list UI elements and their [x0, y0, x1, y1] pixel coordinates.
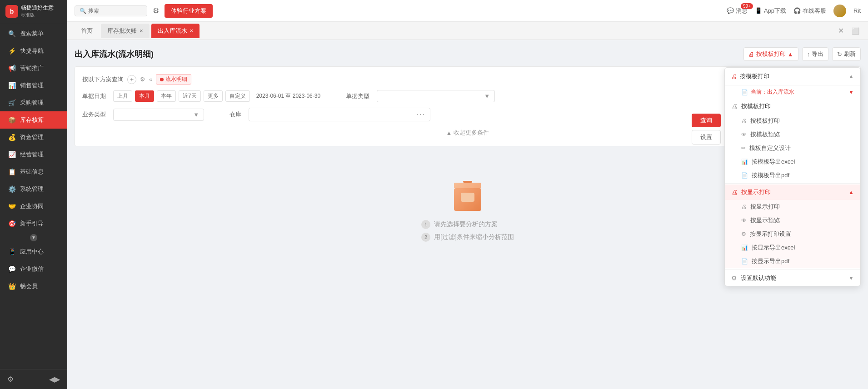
refresh-btn[interactable]: ↻ 刷新	[832, 47, 861, 61]
sidebar-item-basic[interactable]: 📋 基础信息	[0, 163, 67, 180]
sidebar-item-inventory[interactable]: 📦 库存核算	[0, 111, 67, 129]
template-print-header[interactable]: 🖨 按模板打印	[725, 99, 860, 114]
app-download-btn[interactable]: 📱 App下载	[755, 7, 786, 15]
close-tab1-icon[interactable]: ×	[140, 27, 143, 34]
date-btn-7days[interactable]: 近7天	[179, 90, 201, 102]
sidebar-item-finance[interactable]: 💰 资金管理	[0, 129, 67, 146]
sidebar-item-quick-nav[interactable]: ⚡ 快捷导航	[0, 42, 67, 60]
display-print-section-icon: 🖨	[731, 189, 738, 196]
content-area: 出入库流水(流水明细) 🖨 按模板打印 ▲ ↑ 导出 ↻ 刷新	[67, 40, 868, 389]
tab-inventory-batch[interactable]: 库存批次账 ×	[101, 24, 150, 38]
tab-home[interactable]: 首页	[75, 24, 99, 38]
template-print-sub-label: 按模板打印	[750, 117, 780, 125]
warehouse-select[interactable]: ···	[249, 108, 430, 121]
sidebar-item-member[interactable]: 👑 畅会员	[0, 278, 67, 295]
sidebar-logo: b 畅捷通好生意 标准版	[0, 0, 67, 23]
display-print-sub-label: 按显示打印	[750, 203, 780, 211]
settings-bottom-icon[interactable]: ⚙	[7, 375, 14, 384]
filter-gear-icon[interactable]: ⚙	[140, 76, 145, 83]
topbar: 🔍 ⚙ 体验行业方案 💬 消息 99+ 📱 App下载 🎧 在线客服 Rit	[67, 0, 868, 22]
filter-collapse-left-icon[interactable]: «	[149, 76, 152, 83]
trial-btn[interactable]: 体验行业方案	[165, 4, 213, 18]
display-print-sub-icon: 🖨	[741, 204, 747, 210]
date-btn-this-year[interactable]: 本年	[157, 90, 176, 102]
topbar-gear-icon[interactable]: ⚙	[153, 6, 159, 15]
template-custom-item[interactable]: ✏ 模板自定义设计	[725, 141, 860, 155]
collapse-sidebar-icon[interactable]: ◀▶	[49, 375, 60, 384]
date-filter-label: 单据日期	[82, 92, 106, 100]
tabs-right: ✕ ⬜	[835, 25, 861, 36]
sidebar-item-search[interactable]: 🔍 搜索菜单	[0, 25, 67, 42]
display-print-collapse-icon[interactable]: ▲	[848, 189, 854, 195]
date-btn-custom[interactable]: 自定义	[225, 90, 250, 102]
collapse-up-icon: ▲	[446, 130, 452, 136]
print-dropdown-panel: 🖨 按模板打印 ▲ 📄 当前：出入库流水 ▼	[724, 67, 861, 286]
download-icon: 📱	[755, 7, 762, 14]
display-settings-icon: ⚙	[741, 231, 746, 237]
template-preview-item[interactable]: 👁 按模板预览	[725, 128, 860, 141]
sidebar-item-wechat[interactable]: 💬 企业微信	[0, 260, 67, 278]
tab-close-window-btn[interactable]: ✕	[835, 25, 846, 36]
sidebar-item-cooperation[interactable]: 🤝 企业协同	[0, 198, 67, 215]
sidebar-item-app-center[interactable]: 📱 应用中心	[0, 243, 67, 260]
date-btn-last-month[interactable]: 上月	[113, 90, 132, 102]
close-tab2-icon[interactable]: ×	[190, 27, 194, 34]
biz-type-select[interactable]: ▼	[113, 109, 204, 121]
set-default-icon: ⚙	[731, 274, 737, 282]
biz-type-arrow: ▼	[193, 111, 199, 118]
display-pdf-item[interactable]: 📄 按显示导出pdf	[725, 254, 860, 268]
service-icon: 🎧	[793, 7, 801, 14]
export-btn[interactable]: ↑ 导出	[802, 47, 829, 61]
sidebar-scroll-down[interactable]: ▼	[30, 234, 37, 241]
set-default-arrow[interactable]: ▼	[848, 275, 854, 281]
operations-icon: 📈	[7, 151, 16, 158]
template-excel-label: 按模板导出excel	[752, 158, 795, 166]
sidebar-item-operations[interactable]: 📈 经营管理	[0, 146, 67, 163]
template-pdf-item[interactable]: 📄 按模板导出pdf	[725, 169, 860, 182]
current-template-arrow[interactable]: ▼	[848, 89, 854, 95]
empty-illustration	[449, 179, 486, 211]
sidebar-item-guide[interactable]: 🎯 新手引导	[0, 215, 67, 232]
sidebar-item-sales[interactable]: 📊 销售管理	[0, 77, 67, 94]
print-template-btn[interactable]: 🖨 按模板打印 ▲	[743, 47, 798, 61]
settings-btn[interactable]: 设置	[692, 130, 721, 145]
search-input[interactable]	[88, 8, 134, 14]
username-label: Rit	[853, 7, 861, 14]
display-print-header[interactable]: 🖨 按显示打印 ▲	[725, 185, 860, 200]
query-btn[interactable]: 查询	[692, 114, 721, 127]
step-1-num: 1	[421, 220, 430, 229]
wechat-icon: 💬	[7, 265, 16, 273]
message-icon: 💬	[727, 7, 734, 14]
topbar-search-box[interactable]: 🔍	[75, 5, 147, 16]
display-print-section-label: 按显示打印	[741, 188, 771, 196]
sidebar-item-purchase[interactable]: 🛒 采购管理	[0, 94, 67, 111]
display-excel-item[interactable]: 📊 按显示导出excel	[725, 241, 860, 254]
online-service-btn[interactable]: 🎧 在线客服	[793, 7, 826, 15]
collapse-btn[interactable]: ▲ 收起更多条件	[443, 127, 493, 139]
date-btn-more[interactable]: 更多	[204, 90, 223, 102]
guide-icon: 🎯	[7, 220, 16, 227]
sidebar-bottom: ⚙ ◀▶	[0, 369, 67, 389]
set-default-section[interactable]: ⚙ 设置默认功能 ▼	[725, 270, 860, 286]
message-btn[interactable]: 💬 消息 99+	[727, 7, 748, 15]
display-preview-item[interactable]: 👁 按显示预览	[725, 214, 860, 227]
tab-maximize-btn[interactable]: ⬜	[850, 25, 861, 36]
app-logo-icon: b	[5, 5, 18, 18]
template-print-item[interactable]: 🖨 按模板打印	[725, 114, 860, 128]
tab-inout-flow[interactable]: 出入库流水 ×	[151, 24, 200, 38]
user-avatar[interactable]	[833, 5, 846, 17]
warehouse-select-more[interactable]: ···	[417, 110, 425, 119]
sidebar-item-system[interactable]: ⚙️ 系统管理	[0, 180, 67, 198]
template-excel-item[interactable]: 📊 按模板导出excel	[725, 155, 860, 169]
date-btn-this-month[interactable]: 本月	[135, 90, 154, 102]
sidebar-item-marketing[interactable]: 📢 营销推广	[0, 60, 67, 77]
display-print-settings-item[interactable]: ⚙ 按显示打印设置	[725, 227, 860, 241]
active-filter-tag[interactable]: 流水明细	[156, 74, 191, 85]
page-header: 出入库流水(流水明细) 🖨 按模板打印 ▲ ↑ 导出 ↻ 刷新	[75, 47, 861, 61]
cooperation-icon: 🤝	[7, 203, 16, 210]
display-print-item[interactable]: 🖨 按显示打印	[725, 200, 860, 214]
print-dropdown-arrow[interactable]: ▲	[848, 73, 854, 80]
filter-add-btn[interactable]: +	[127, 75, 136, 84]
type-filter-select[interactable]: ▼	[377, 90, 495, 102]
date-range-display: 2023-06-01 至 2023-06-30	[256, 92, 320, 100]
